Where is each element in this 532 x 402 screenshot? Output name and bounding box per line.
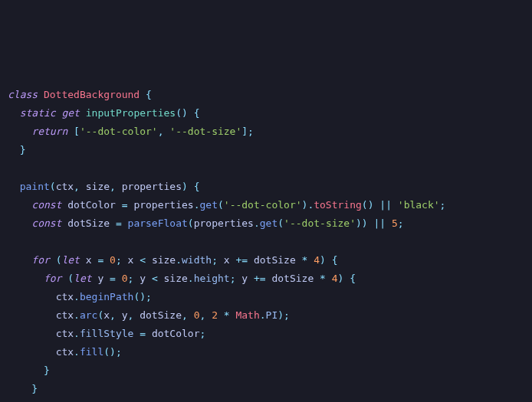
operator: += [254, 273, 266, 284]
dot: . [194, 199, 200, 211]
semicolon: ; [128, 273, 134, 284]
keyword-for: for [44, 273, 61, 284]
code-line: for (let y = 0; y < size.height; y += do… [8, 273, 356, 284]
method: beginPath [80, 291, 133, 302]
semicolon: ; [146, 291, 152, 302]
string: 'black' [398, 199, 440, 211]
identifier: properties [194, 217, 254, 229]
code-line: const dotColor = properties.get('--dot-c… [8, 199, 445, 211]
identifier: y [97, 273, 103, 284]
identifier: x [103, 309, 110, 321]
identifier: dotColor [67, 199, 116, 211]
parens: () [103, 346, 116, 358]
property: width [182, 254, 212, 266]
operator: < [140, 254, 146, 266]
method: fill [80, 346, 103, 358]
code-line: class DottedBackground { [8, 89, 152, 100]
operator: * [224, 309, 230, 321]
identifier: dotSize [67, 217, 110, 229]
property: fillStyle [80, 328, 133, 339]
dot: . [188, 273, 194, 284]
method: get [260, 217, 277, 229]
keyword-let: let [61, 254, 79, 266]
identifier: ctx [56, 291, 74, 302]
paren: ( [50, 181, 56, 192]
param: ctx [56, 181, 74, 192]
identifier: dotSize [271, 273, 314, 284]
comma: , [182, 309, 188, 321]
comma: , [110, 181, 116, 192]
property-accessor: inputProperties [86, 107, 176, 119]
paren: ) [338, 273, 344, 284]
function: parseFloat [128, 217, 188, 229]
code-line: ctx.arc(x, y, dotSize, 0, 2 * Math.PI); [8, 309, 290, 321]
identifier: y [122, 309, 128, 321]
operator: || [374, 217, 386, 229]
semicolon: ; [212, 254, 218, 266]
brace: { [350, 273, 356, 284]
identifier: dotSize [140, 309, 182, 321]
semicolon: ; [284, 309, 290, 321]
identifier: size [164, 273, 188, 284]
brace: } [31, 383, 38, 394]
code-line: ctx.beginPath(); [8, 291, 152, 302]
brace: } [44, 364, 50, 376]
brace: { [146, 89, 152, 100]
keyword-class: class [8, 89, 38, 100]
operator: = [140, 328, 146, 339]
operator: = [122, 199, 128, 211]
string: '--dot-size' [169, 126, 241, 137]
identifier: dotColor [152, 328, 200, 339]
code-line: } [8, 144, 25, 155]
keyword-const: const [31, 199, 61, 211]
paren: ( [277, 217, 284, 229]
identifier: ctx [56, 309, 74, 321]
code-line: ctx.fillStyle = dotColor; [8, 328, 205, 339]
identifier: dotSize [254, 254, 296, 266]
dot: . [74, 309, 80, 321]
semicolon: ; [398, 217, 404, 229]
identifier: ctx [56, 346, 74, 358]
dot: . [260, 309, 266, 321]
code-line: } [8, 383, 38, 394]
number: 5 [392, 217, 398, 229]
param: size [86, 181, 110, 192]
semicolon: ; [230, 273, 236, 284]
comma: , [74, 181, 80, 192]
code-line: const dotSize = parseFloat(properties.ge… [8, 217, 404, 229]
dot: . [74, 346, 80, 358]
bracket: ] [241, 126, 248, 137]
semicolon: ; [248, 126, 254, 137]
comma: , [200, 309, 206, 321]
identifier: size [152, 254, 176, 266]
parens: () [133, 291, 146, 302]
semicolon: ; [200, 328, 206, 339]
identifier: ctx [56, 328, 74, 339]
dot: . [176, 254, 182, 266]
property: height [194, 273, 230, 284]
class-name: DottedBackground [44, 89, 140, 100]
brace: { [332, 254, 338, 266]
number: 4 [332, 273, 338, 284]
brace: { [194, 181, 200, 192]
paren: ) [182, 181, 188, 192]
semicolon: ; [440, 199, 446, 211]
operator: * [320, 273, 326, 284]
identifier: x [86, 254, 92, 266]
comma: , [158, 126, 164, 137]
semicolon: ; [116, 346, 122, 358]
operator: = [116, 217, 122, 229]
dot: . [74, 291, 80, 302]
dot: . [254, 217, 260, 229]
bracket: [ [74, 126, 80, 137]
method: toString [314, 199, 362, 211]
code-line: static get inputProperties() { [8, 107, 199, 119]
semicolon: ; [116, 254, 122, 266]
paren: ) [320, 254, 326, 266]
operator: = [110, 273, 116, 284]
paren: ( [218, 199, 224, 211]
string: '--dot-color' [80, 126, 158, 137]
property: PI [266, 309, 278, 321]
parens: () [362, 199, 374, 211]
keyword-let: let [74, 273, 91, 284]
